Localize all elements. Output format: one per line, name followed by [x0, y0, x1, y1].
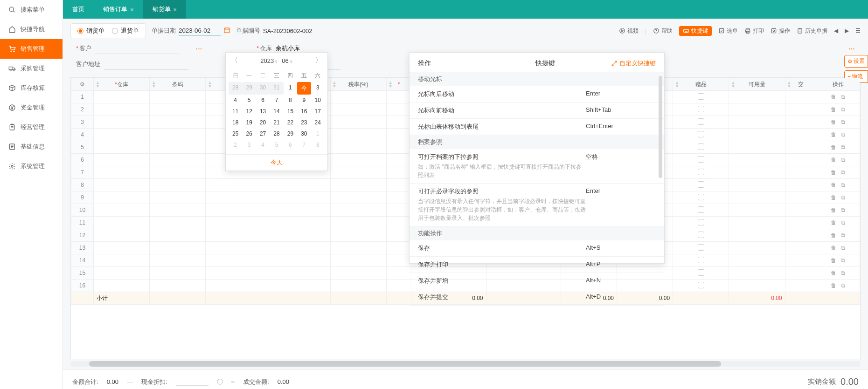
calendar-day[interactable]: 17 — [311, 106, 325, 117]
calendar-day[interactable]: 29 — [242, 82, 256, 95]
calendar-day[interactable]: 30 — [256, 82, 270, 95]
calendar-day[interactable]: 8 — [284, 95, 297, 106]
sidebar-item-inventory[interactable]: 库存核算 — [0, 78, 62, 98]
col-header[interactable]: 税率(%) — [348, 81, 368, 88]
gift-checkbox[interactable] — [698, 194, 704, 200]
gift-checkbox[interactable] — [698, 269, 704, 276]
year-select[interactable]: 2023 — [260, 57, 278, 64]
sidebar-item-system[interactable]: 系统管理 — [0, 157, 62, 176]
delete-icon[interactable]: 🗑 — [831, 270, 836, 276]
scrollbar-thumb[interactable] — [659, 76, 662, 178]
calendar-day[interactable]: 16 — [297, 106, 311, 117]
calendar-day[interactable]: 7 — [270, 95, 283, 106]
history-button[interactable]: 历史单据 — [797, 27, 827, 35]
calendar-day[interactable]: 31 — [270, 82, 283, 95]
copy-icon[interactable]: ⧉ — [841, 194, 845, 201]
copy-icon[interactable]: ⧉ — [841, 182, 845, 188]
copy-icon[interactable]: ⧉ — [841, 131, 845, 138]
delete-icon[interactable]: 🗑 — [831, 232, 836, 239]
col-header[interactable]: 交 — [798, 81, 804, 88]
copy-icon[interactable]: ⧉ — [841, 106, 845, 113]
help-button[interactable]: 帮助 — [653, 27, 673, 35]
close-icon[interactable]: × — [130, 6, 134, 13]
address-input[interactable] — [104, 59, 188, 70]
calendar-day[interactable]: 5 — [242, 95, 256, 106]
calendar-day[interactable]: 11 — [229, 106, 242, 117]
scrollbar-thumb[interactable] — [89, 361, 721, 367]
tab-salesorder[interactable]: 销售订单× — [94, 0, 143, 19]
calendar-day[interactable]: 1 — [284, 82, 297, 95]
gift-checkbox[interactable] — [698, 118, 704, 125]
gear-icon[interactable]: ⚙ — [80, 81, 85, 88]
calendar-day[interactable]: 2 — [229, 139, 242, 150]
copy-icon[interactable]: ⧉ — [841, 94, 845, 100]
shortcut-button[interactable]: 快捷键 — [679, 26, 712, 36]
copy-icon[interactable]: ⧉ — [841, 219, 845, 226]
sidebar-item-sales[interactable]: 销售管理 — [0, 39, 62, 59]
col-header[interactable]: 赠品 — [695, 81, 707, 88]
gift-checkbox[interactable] — [698, 131, 704, 137]
help-icon[interactable]: ⓘ — [217, 378, 223, 386]
calendar-day[interactable]: 28 — [229, 82, 242, 95]
calendar-day[interactable]: 4 — [256, 139, 270, 150]
calendar-day[interactable]: 今 — [297, 82, 311, 95]
sidebar-item-purchase[interactable]: 采购管理 — [0, 59, 62, 78]
copy-icon[interactable]: ⧉ — [841, 257, 845, 264]
calendar-day[interactable]: 10 — [311, 95, 325, 106]
month-select[interactable]: 06 — [282, 57, 292, 64]
sidebar-item-funds[interactable]: 资金管理 — [0, 98, 62, 117]
calendar-day[interactable]: 5 — [270, 139, 283, 150]
radio-return[interactable]: 退货单 — [112, 27, 139, 35]
delete-icon[interactable]: 🗑 — [831, 194, 836, 201]
date-input[interactable] — [179, 26, 221, 35]
next-month-icon[interactable]: 〉 — [315, 56, 322, 65]
delete-icon[interactable]: 🗑 — [831, 219, 836, 226]
calendar-day[interactable]: 4 — [229, 95, 242, 106]
calendar-day[interactable]: 15 — [284, 106, 297, 117]
today-button[interactable]: 今天 — [226, 154, 327, 171]
calendar-day[interactable]: 18 — [229, 117, 242, 128]
copy-icon[interactable]: ⧉ — [841, 144, 845, 150]
print-button[interactable]: 打印 — [744, 27, 764, 35]
calendar-day[interactable]: 27 — [256, 128, 270, 139]
gift-checkbox[interactable] — [698, 143, 704, 150]
calendar-day[interactable]: 29 — [284, 128, 297, 139]
calendar-icon[interactable] — [223, 27, 230, 35]
delete-icon[interactable]: 🗑 — [831, 207, 836, 213]
calendar-day[interactable]: 13 — [256, 106, 270, 117]
calendar-day[interactable]: 20 — [256, 117, 270, 128]
gift-checkbox[interactable] — [698, 257, 704, 263]
prev-page-icon[interactable]: ◀ — [834, 27, 838, 34]
gift-checkbox[interactable] — [698, 232, 704, 238]
delete-icon[interactable]: 🗑 — [831, 131, 836, 138]
calendar-day[interactable]: 7 — [297, 139, 311, 150]
gift-checkbox[interactable] — [698, 282, 704, 288]
copy-icon[interactable]: ⧉ — [841, 169, 845, 176]
sidebar-item-quicknav[interactable]: 快捷导航 — [0, 20, 62, 39]
sidebar-item-baseinfo[interactable]: 基础信息 — [0, 137, 62, 157]
horizontal-scrollbar[interactable] — [70, 361, 861, 367]
operate-button[interactable]: 操作 — [771, 27, 790, 35]
calendar-day[interactable]: 8 — [311, 139, 325, 150]
gift-checkbox[interactable] — [698, 206, 704, 213]
copy-icon[interactable]: ⧉ — [841, 119, 845, 125]
calendar-day[interactable]: 26 — [242, 128, 256, 139]
calendar-day[interactable]: 25 — [229, 128, 242, 139]
calendar-day[interactable]: 12 — [242, 106, 256, 117]
calendar-day[interactable]: 28 — [270, 128, 283, 139]
delete-icon[interactable]: 🗑 — [831, 169, 836, 176]
calendar-day[interactable]: 23 — [297, 117, 311, 128]
delete-icon[interactable]: 🗑 — [831, 245, 836, 251]
video-button[interactable]: 视频 — [619, 27, 639, 35]
sidebar-item-search[interactable]: 搜索菜单 — [0, 0, 62, 20]
gift-checkbox[interactable] — [698, 93, 704, 100]
col-header[interactable]: 可用量 — [749, 81, 765, 88]
calendar-day[interactable]: 6 — [256, 95, 270, 106]
col-header[interactable]: 条码 — [172, 81, 183, 88]
delete-icon[interactable]: 🗑 — [831, 119, 836, 125]
calendar-day[interactable]: 22 — [284, 117, 297, 128]
delete-icon[interactable]: 🗑 — [831, 282, 836, 289]
calendar-day[interactable]: 6 — [284, 139, 297, 150]
calendar-day[interactable]: 3 — [311, 82, 325, 95]
calendar-day[interactable]: 1 — [311, 128, 325, 139]
